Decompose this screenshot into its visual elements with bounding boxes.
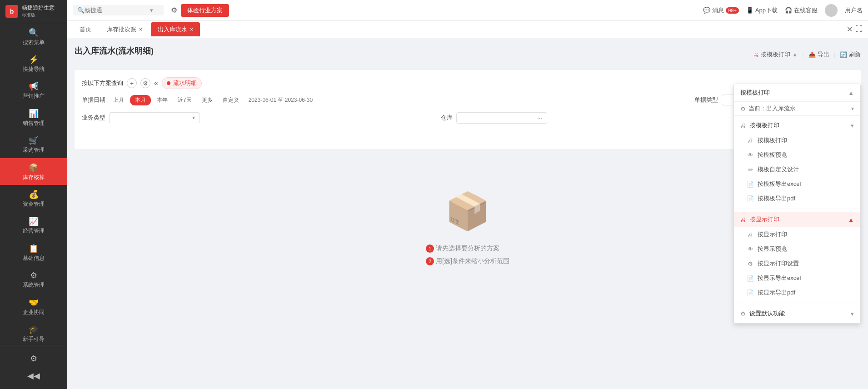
tab-maximize-icon[interactable]: ⛶ (855, 25, 863, 34)
warehouse-more-btn[interactable]: ··· (537, 115, 542, 121)
tab-flow-close[interactable]: × (190, 27, 193, 32)
dropdown-item-display-excel[interactable]: 📄 按显示导出excel (734, 271, 860, 285)
print-chevron-up: ▲ (792, 51, 798, 58)
app-download-icon: 📱 (746, 7, 753, 14)
dropdown-collapse-arrow[interactable]: ▲ (848, 90, 854, 96)
topbar-app-download[interactable]: 📱 App下载 (746, 6, 778, 15)
sidebar-bottom: ⚙ ◀◀ (0, 345, 67, 389)
dropdown-item-template-custom[interactable]: ✏ 模板自定义设计 (734, 162, 860, 177)
template-print-section: 🖨 按模板打印 ▾ 🖨 按模板打印 👁 按模板预览 (734, 116, 860, 208)
item-label-template-excel: 按模板导出excel (758, 180, 801, 188)
query-collapse-btn[interactable]: « (154, 79, 158, 87)
page-top-actions: 🖨 按模板打印 ▲ | 📤 导出 | 🔄 刷新 (753, 50, 861, 59)
warehouse-label: 仓库 (441, 114, 453, 122)
dropdown-item-template-excel[interactable]: 📄 按模板导出excel (734, 177, 860, 191)
query-add-btn[interactable]: + (127, 78, 137, 88)
tab-batch-ledger-label: 库存批次账 (107, 25, 136, 34)
date-prev-month[interactable]: 上月 (109, 95, 128, 105)
finance-icon: 💰 (29, 190, 39, 199)
divider-sections2 (734, 303, 860, 303)
tab-batch-ledger-close[interactable]: × (139, 27, 142, 32)
refresh-btn[interactable]: 🔄 刷新 (840, 50, 861, 59)
sidebar-logo: b 畅捷通好生意 标准版 (0, 0, 67, 23)
tab-close-all-icon[interactable]: ✕ (847, 25, 853, 34)
item-label-display-print: 按显示打印 (758, 230, 787, 239)
item-icon-template-pdf: 📄 (747, 195, 754, 202)
sidebar-bottom-settings[interactable]: ⚙ (0, 350, 67, 367)
sidebar-item-quick-nav[interactable]: ⚡ 快捷导航 (0, 50, 67, 77)
date-field: 单据日期 上月 本月 本年 近7天 更多 自定义 2023-06-01 至 20… (82, 95, 685, 105)
sidebar-item-corp[interactable]: 🤝 企业协同 (0, 293, 67, 320)
sidebar-item-operations[interactable]: 📈 经营管理 (0, 212, 67, 239)
topbar-gear-icon[interactable]: ⚙ (171, 6, 177, 15)
dropdown-item-display-preview[interactable]: 👁 按显示预览 (734, 242, 860, 256)
sidebar-item-system[interactable]: ⚙ 系统管理 (0, 266, 67, 293)
tab-flow[interactable]: 出入库流水 × (151, 22, 200, 36)
sidebar-item-marketing[interactable]: 📢 营销推广 (0, 77, 67, 104)
message-badge: 99+ (726, 7, 739, 14)
date-current-year[interactable]: 本年 (153, 95, 172, 105)
export-icon: 📤 (808, 51, 816, 58)
trial-btn[interactable]: 体验行业方案 (181, 4, 229, 17)
dropdown-item-display-pdf[interactable]: 📄 按显示导出pdf (734, 285, 860, 300)
sidebar-item-sales[interactable]: 📊 销售管理 (0, 104, 67, 131)
warehouse-select[interactable]: ··· (456, 112, 547, 124)
template-print-header[interactable]: 🖨 按模板打印 ▾ (734, 118, 860, 133)
topbar-right: 💬 消息 99+ 📱 App下载 🎧 在线客服 用户名 (703, 4, 863, 17)
purchase-label: 采购管理 (23, 147, 45, 153)
search-icon: 🔍 (77, 7, 85, 14)
user-avatar[interactable] (825, 4, 838, 17)
set-default-header[interactable]: ⚙ 设置默认功能 ▾ (734, 306, 860, 321)
dropdown-title: 按模板打印 (740, 89, 770, 97)
biz-type-select[interactable]: ▾ (109, 112, 200, 123)
query-filter-tag[interactable]: 流水明细 (162, 77, 202, 89)
display-print-arrow: ▲ (848, 216, 854, 223)
print-template-btn[interactable]: 🖨 按模板打印 ▲ (753, 50, 798, 59)
item-icon-display-pdf: 📄 (747, 289, 754, 296)
sidebar-bottom-collapse[interactable]: ◀◀ (0, 367, 67, 384)
topbar-online-service[interactable]: 🎧 在线客服 (785, 6, 818, 15)
tab-home[interactable]: 首页 (73, 22, 98, 36)
search-dropdown-icon[interactable]: ▾ (150, 7, 153, 14)
inventory-label: 库存核算 (23, 174, 45, 180)
dropdown-item-display-settings[interactable]: ⚙ 按显示打印设置 (734, 256, 860, 271)
display-print-header[interactable]: 🖨 按显示打印 ▲ (734, 212, 860, 227)
sidebar-item-inventory[interactable]: 📦 库存核算 (0, 158, 67, 185)
page-content: 出入库流水(流水明细) 🖨 按模板打印 ▲ | 📤 导出 | 🔄 (67, 38, 868, 389)
dropdown-header: 按模板打印 ▲ (734, 84, 860, 102)
filter-tag-label: 流水明细 (173, 79, 197, 87)
search-input[interactable] (85, 7, 148, 14)
query-setting-btn[interactable]: ⚙ (140, 78, 150, 88)
dropdown-current: ⚙ 当前：出入库流水 ▾ (734, 102, 860, 116)
export-btn[interactable]: 📤 导出 (808, 50, 829, 59)
sidebar-item-finance[interactable]: 💰 资金管理 (0, 185, 67, 212)
refresh-icon: 🔄 (840, 51, 847, 58)
sidebar-item-purchase[interactable]: 🛒 采购管理 (0, 131, 67, 158)
current-label: 当前：出入库流水 (748, 105, 796, 113)
tab-batch-ledger[interactable]: 库存批次账 × (100, 22, 149, 36)
date-custom[interactable]: 自定义 (219, 95, 243, 105)
print-icon: 🖨 (753, 51, 759, 58)
dropdown-item-template-preview[interactable]: 👁 按模板预览 (734, 148, 860, 162)
biz-type-label: 业务类型 (82, 114, 105, 122)
search-menu-label: 搜索菜单 (23, 39, 45, 45)
sidebar-item-newbie[interactable]: 🎓 新手引导 (0, 320, 67, 345)
set-default-arrow: ▾ (851, 310, 854, 317)
dropdown-item-template-pdf[interactable]: 📄 按模板导出pdf (734, 191, 860, 206)
sidebar-item-base-info[interactable]: 📋 基础信息 (0, 239, 67, 266)
display-print-label: 按显示打印 (750, 215, 779, 224)
empty-icon: 📦 (445, 190, 490, 233)
topbar-message[interactable]: 💬 消息 99+ (703, 6, 739, 15)
topbar-search-box[interactable]: 🔍 ▾ (73, 5, 164, 15)
item-label-display-excel: 按显示导出excel (758, 274, 801, 282)
dropdown-item-template-print[interactable]: 🖨 按模板打印 (734, 133, 860, 148)
date-more[interactable]: 更多 (198, 95, 217, 105)
app-logo-icon: b (5, 5, 18, 18)
item-icon-display-excel: 📄 (747, 274, 754, 282)
sidebar: b 畅捷通好生意 标准版 🔍 搜索菜单 ⚡ 快捷导航 📢 营销推广 📊 销售管理… (0, 0, 67, 389)
dropdown-item-display-print[interactable]: 🖨 按显示打印 (734, 227, 860, 242)
date-last7days[interactable]: 近7天 (174, 95, 196, 105)
set-default-label: 设置默认功能 (749, 309, 785, 318)
date-current-month[interactable]: 本月 (130, 95, 151, 105)
sidebar-item-search-menu[interactable]: 🔍 搜索菜单 (0, 23, 67, 50)
